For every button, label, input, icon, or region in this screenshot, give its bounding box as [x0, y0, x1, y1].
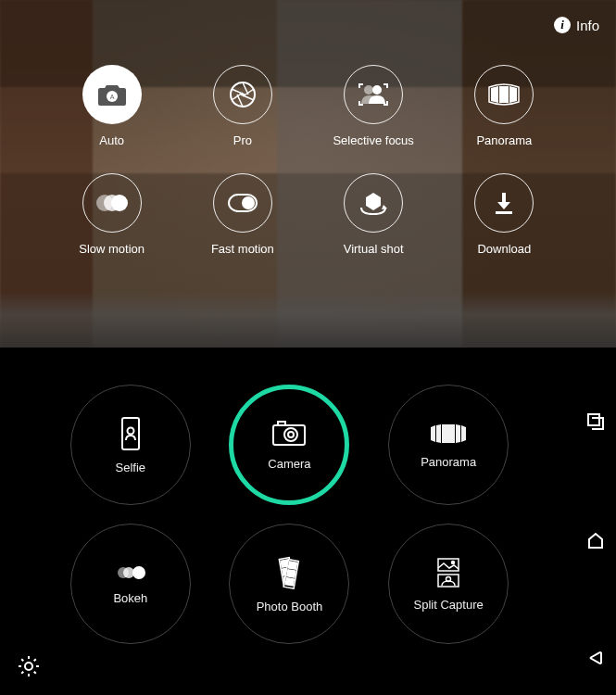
- mode-label: Panorama: [476, 133, 532, 147]
- mode-virtual-shot[interactable]: Virtual shot: [318, 173, 430, 256]
- svg-point-15: [284, 428, 297, 441]
- svg-point-32: [25, 663, 32, 670]
- mode-label: Bokeh: [113, 591, 147, 605]
- photo-booth-icon: [275, 555, 303, 590]
- mode-slow-motion[interactable]: Slow motion: [56, 173, 168, 256]
- mode-selfie[interactable]: Selfie: [70, 385, 191, 505]
- panorama-wide-icon: [428, 422, 469, 446]
- svg-rect-25: [289, 561, 297, 568]
- mode-auto[interactable]: A Auto: [56, 65, 168, 147]
- fast-motion-icon: [226, 193, 259, 213]
- mode-pro-circle: [213, 65, 272, 124]
- bottom-mode-grid: Selfie Camera Panorama Bokeh: [0, 348, 579, 644]
- svg-rect-14: [278, 422, 285, 425]
- mode-slow-motion-circle: [82, 173, 142, 233]
- top-mode-grid: A Auto Pro Selective focus: [0, 0, 616, 274]
- mode-label: Slow motion: [79, 242, 145, 256]
- aperture-icon: [228, 80, 258, 109]
- svg-text:A: A: [109, 94, 114, 100]
- settings-button[interactable]: [17, 654, 41, 678]
- info-label: Info: [576, 18, 599, 33]
- svg-point-9: [242, 196, 255, 209]
- svg-rect-26: [287, 569, 295, 576]
- gear-icon: [17, 654, 41, 678]
- nav-bar: [579, 348, 616, 695]
- mode-panorama-bottom[interactable]: Panorama: [388, 385, 509, 505]
- selfie-icon: [117, 416, 145, 451]
- mode-label: Fast motion: [211, 242, 274, 256]
- svg-point-12: [127, 427, 133, 434]
- svg-rect-27: [286, 577, 295, 585]
- mode-label: Photo Booth: [257, 600, 323, 613]
- mode-photo-booth[interactable]: Photo Booth: [229, 524, 349, 644]
- mode-label: Auto: [99, 133, 124, 147]
- mode-label: Panorama: [421, 455, 476, 469]
- mode-panorama-top[interactable]: Panorama: [448, 65, 560, 147]
- svg-point-19: [132, 566, 145, 579]
- camera-icon: [270, 420, 308, 448]
- mode-label: Selective focus: [333, 133, 413, 147]
- home-button[interactable]: [586, 531, 605, 553]
- svg-point-29: [452, 561, 455, 563]
- mode-label: Virtual shot: [344, 242, 404, 256]
- samsung-camera-mode-screen: i Info A Auto Pro: [0, 0, 616, 348]
- mode-label: Pro: [233, 133, 252, 147]
- mode-label: Camera: [268, 457, 310, 471]
- svg-point-2: [231, 82, 255, 107]
- svg-rect-10: [496, 211, 512, 214]
- mode-selective-focus[interactable]: Selective focus: [318, 65, 430, 147]
- mode-label: Download: [477, 242, 531, 256]
- download-icon: [491, 190, 517, 216]
- mode-split-capture[interactable]: Split Capture: [388, 524, 509, 644]
- mode-label: Split Capture: [414, 598, 484, 612]
- mode-fast-motion[interactable]: Fast motion: [186, 173, 298, 256]
- svg-point-7: [111, 195, 128, 211]
- htc-camera-mode-screen: Selfie Camera Panorama Bokeh: [0, 348, 616, 695]
- virtual-shot-icon: [358, 189, 389, 217]
- mode-auto-circle: A: [82, 65, 142, 124]
- svg-point-3: [365, 86, 372, 94]
- bottom-main: Selfie Camera Panorama Bokeh: [0, 348, 579, 695]
- selective-focus-icon: [357, 82, 390, 107]
- mode-download-circle: [474, 173, 534, 233]
- mode-selective-focus-circle: [344, 65, 403, 124]
- mode-camera[interactable]: Camera: [229, 385, 349, 505]
- mode-fast-motion-circle: [213, 173, 272, 233]
- recent-apps-button[interactable]: [586, 412, 605, 435]
- mode-label: Selfie: [116, 461, 146, 474]
- mode-download[interactable]: Download: [448, 173, 560, 256]
- svg-rect-33: [588, 414, 599, 425]
- info-button[interactable]: i Info: [554, 17, 599, 33]
- split-capture-icon: [435, 557, 461, 588]
- svg-point-16: [288, 432, 294, 437]
- slow-motion-icon: [95, 192, 129, 214]
- info-icon: i: [554, 17, 571, 33]
- camera-auto-icon: A: [96, 82, 128, 107]
- bokeh-icon: [114, 563, 147, 582]
- panorama-icon: [487, 83, 521, 106]
- back-button[interactable]: [586, 650, 605, 672]
- mode-pro[interactable]: Pro: [186, 65, 298, 147]
- mode-bokeh[interactable]: Bokeh: [70, 524, 191, 644]
- svg-point-4: [373, 86, 381, 94]
- mode-panorama-circle: [474, 65, 534, 124]
- mode-virtual-shot-circle: [344, 173, 403, 233]
